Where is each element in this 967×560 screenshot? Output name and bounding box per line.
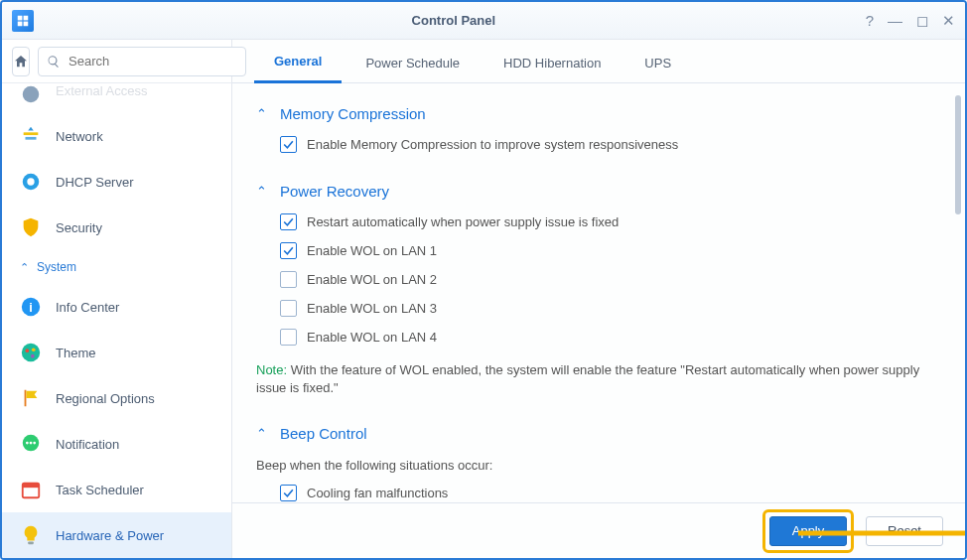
dhcp-icon — [20, 171, 42, 193]
sidebar-item-info-center[interactable]: i Info Center — [2, 284, 231, 330]
svg-rect-21 — [23, 484, 40, 489]
search-input[interactable] — [67, 53, 237, 70]
tab-power-schedule[interactable]: Power Schedule — [345, 46, 480, 82]
apply-button[interactable]: Apply — [769, 516, 847, 546]
section-title: Beep Control — [280, 425, 367, 442]
tab-label: HDD Hibernation — [503, 56, 601, 70]
sidebar-item-regional[interactable]: Regional Options — [2, 375, 231, 421]
reset-button[interactable]: Reset — [866, 516, 943, 546]
tab-hdd-hibernation[interactable]: HDD Hibernation — [484, 46, 621, 82]
svg-point-18 — [30, 442, 33, 445]
option-label: Enable WOL on LAN 2 — [307, 272, 437, 287]
home-button[interactable] — [12, 47, 30, 76]
sidebar-item-external-access[interactable]: External Access — [2, 83, 231, 113]
globe-icon — [20, 83, 42, 105]
tab-ups[interactable]: UPS — [624, 46, 691, 82]
checkbox[interactable] — [280, 329, 297, 346]
svg-text:i: i — [29, 300, 33, 315]
sidebar-item-label: Security — [56, 220, 102, 235]
tab-label: UPS — [644, 56, 671, 70]
option-beep-fan[interactable]: Cooling fan malfunctions — [256, 479, 931, 502]
beep-intro: Beep when the following situations occur… — [256, 450, 931, 479]
option-wol-lan4[interactable]: Enable WOL on LAN 4 — [256, 323, 931, 351]
section-title: Memory Compression — [280, 105, 426, 122]
sidebar-item-theme[interactable]: Theme — [2, 330, 231, 375]
sidebar-scroll[interactable]: External Access Network DHCP Server Secu… — [2, 83, 231, 558]
chevron-up-icon: ⌃ — [256, 426, 270, 441]
svg-rect-0 — [18, 15, 23, 20]
svg-rect-3 — [24, 21, 29, 26]
sidebar-item-label: Notification — [56, 437, 119, 452]
svg-point-17 — [26, 442, 29, 445]
sidebar-item-task-scheduler[interactable]: Task Scheduler — [2, 467, 231, 512]
body: External Access Network DHCP Server Secu… — [2, 40, 965, 558]
network-icon — [20, 125, 42, 147]
shield-icon — [20, 216, 42, 238]
palette-icon — [20, 342, 42, 363]
checkbox[interactable] — [280, 136, 297, 153]
minimize-icon[interactable]: — — [888, 13, 902, 28]
svg-rect-15 — [25, 390, 27, 407]
option-restart-auto[interactable]: Restart automatically when power supply … — [256, 208, 931, 236]
chevron-up-icon: ⌃ — [256, 184, 270, 199]
footer: Apply Reset — [232, 502, 965, 558]
checkbox[interactable] — [280, 271, 297, 288]
tab-label: General — [274, 54, 322, 69]
note-text: With the feature of WOL enabled, the sys… — [256, 362, 919, 395]
chevron-up-icon: ⌃ — [20, 261, 29, 274]
close-icon[interactable]: ✕ — [942, 13, 955, 28]
button-label: Apply — [792, 523, 825, 538]
titlebar: Control Panel ? — ◻ ✕ — [2, 2, 965, 40]
app-icon — [12, 10, 34, 32]
sidebar-item-dhcp[interactable]: DHCP Server — [2, 159, 231, 205]
checkbox[interactable] — [280, 485, 297, 501]
svg-point-12 — [26, 349, 30, 352]
note-label: Note: — [256, 362, 287, 377]
sidebar-item-security[interactable]: Security — [2, 205, 231, 250]
sidebar-top — [2, 40, 231, 83]
maximize-icon[interactable]: ◻ — [916, 13, 928, 28]
section-memory-compression[interactable]: ⌃ Memory Compression — [256, 95, 931, 130]
option-enable-memory-compression[interactable]: Enable Memory Compression to improve sys… — [256, 130, 931, 159]
svg-point-13 — [32, 348, 36, 351]
checkbox[interactable] — [280, 213, 297, 230]
info-icon: i — [20, 296, 42, 318]
chevron-up-icon: ⌃ — [256, 106, 270, 121]
flag-icon — [20, 387, 42, 409]
sidebar-item-label: Hardware & Power — [56, 528, 164, 543]
tabs: General Power Schedule HDD Hibernation U… — [232, 40, 965, 83]
option-wol-lan3[interactable]: Enable WOL on LAN 3 — [256, 294, 931, 323]
sidebar-section-system[interactable]: ⌃ System — [2, 250, 231, 284]
help-icon[interactable]: ? — [866, 13, 874, 28]
sidebar-item-network[interactable]: Network — [2, 113, 231, 159]
checkbox[interactable] — [280, 300, 297, 317]
search-field[interactable] — [38, 47, 246, 76]
sidebar-item-hardware-power[interactable]: Hardware & Power — [2, 512, 231, 558]
svg-point-19 — [33, 442, 36, 445]
scrollbar-thumb[interactable] — [955, 95, 961, 214]
content-scroll[interactable]: ⌃ Memory Compression Enable Memory Compr… — [232, 83, 965, 502]
option-label: Enable WOL on LAN 3 — [307, 301, 437, 316]
svg-rect-5 — [24, 132, 39, 135]
option-wol-lan1[interactable]: Enable WOL on LAN 1 — [256, 236, 931, 265]
checkbox[interactable] — [280, 242, 297, 259]
section-beep-control[interactable]: ⌃ Beep Control — [256, 415, 931, 450]
option-wol-lan2[interactable]: Enable WOL on LAN 2 — [256, 265, 931, 294]
calendar-icon — [20, 479, 42, 500]
chat-icon — [20, 433, 42, 455]
section-power-recovery[interactable]: ⌃ Power Recovery — [256, 173, 931, 208]
wol-note: Note: With the feature of WOL enabled, t… — [256, 351, 931, 407]
control-panel-window: Control Panel ? — ◻ ✕ Externa — [0, 0, 967, 560]
sidebar-item-label: Network — [56, 129, 103, 144]
svg-point-14 — [31, 354, 35, 358]
tab-general[interactable]: General — [254, 44, 342, 83]
tab-label: Power Schedule — [365, 56, 460, 70]
svg-point-4 — [23, 86, 40, 103]
button-label: Reset — [888, 523, 921, 538]
apply-highlight: Apply — [762, 509, 854, 553]
sidebar: External Access Network DHCP Server Secu… — [2, 40, 232, 558]
svg-rect-1 — [24, 15, 29, 20]
search-icon — [47, 55, 61, 69]
sidebar-item-notification[interactable]: Notification — [2, 421, 231, 467]
svg-rect-6 — [26, 137, 37, 140]
